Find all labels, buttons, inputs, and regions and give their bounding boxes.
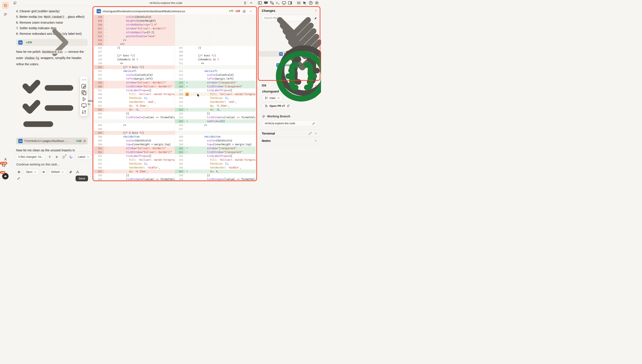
panel-right-icon[interactable] [288,1,292,5]
diff-line[interactable]: 309 {/* Axes */} [175,54,256,58]
diff-line[interactable]: 355 fontSize: 11, [94,162,175,166]
diff-line[interactable]: 311 <> [175,62,256,65]
diff-line[interactable]: 329 {showAxis && ( [94,58,175,62]
copy-icon[interactable] [81,90,87,96]
diff-line[interactable]: 354 fill: 'hsl(var(--muted-foreground))'… [94,158,175,162]
diff-line[interactable]: 338 }} [175,174,256,177]
diff-line[interactable]: 312 <AxisLeft [175,69,256,73]
diff-line[interactable]: 339 tickFormat={(value) => formatValue(v… [175,177,256,180]
diff-line[interactable]: 325+ numTicks={5} [175,119,256,123]
diff-line[interactable]: 335- stroke="hsl(var(--border))" [94,81,175,84]
notes-section[interactable]: Notes [259,137,321,144]
more-options-icon[interactable] [81,77,87,83]
expand-terminal-icon[interactable] [308,131,312,136]
file-change-chip[interactable]: TSfrontend/src/pages/Dashboar...+130-2 [16,138,88,144]
files-changed-chip[interactable]: 4 files changed+3... [16,154,45,160]
boards-tab[interactable] [2,11,9,18]
workspace-tab[interactable] [2,2,9,9]
chat-input[interactable]: Continue working on this task... [16,163,88,166]
diff-line[interactable]: 329 scale={dateScale} [175,139,256,142]
diff-line[interactable]: 323- pointerEvents="none" [94,34,175,38]
diff-line[interactable]: 345 /> [94,123,175,127]
diff-line[interactable]: 318- scale={dateScale} [94,15,175,19]
edit-branch-icon[interactable] [311,121,316,126]
diff-line[interactable]: 332+ tickStroke="transparent" [175,150,256,154]
diff-line[interactable]: 328 <AxisBottom [175,135,256,139]
chat-bubble-icon[interactable] [264,1,268,5]
terminal-icon[interactable] [276,1,280,5]
diff-line[interactable]: 357- dy: '0.33em', [94,170,175,174]
diff-line[interactable]: 348 <AxisBottom [94,135,175,139]
model-dropdown[interactable]: Opus [24,169,39,175]
diff-line[interactable]: 315+ stroke="transparent" [175,81,256,84]
open-pr-button[interactable]: Open PR #7 [262,103,292,109]
diff-line[interactable]: 322+ dx: -8, [175,108,256,112]
diff-line[interactable]: 321- stroke="hsl(var(--border))" [94,26,175,30]
diff-line[interactable]: 330 top={innerHeight + margin.top} [175,142,256,146]
diff-line[interactable]: 320 textAnchor: 'end', [175,100,256,104]
working-branch-field[interactable]: vk/4e2a-explore-the-code [262,120,318,127]
diff-line[interactable]: 322- strokeOpacity={0.2} [94,30,175,34]
diff-line[interactable]: 349 scale={dateScale} [94,139,175,142]
help-icon[interactable] [309,1,313,5]
diff-line[interactable]: 343 }} [94,112,175,116]
diff-line[interactable]: 321 dy: '0.33em', [175,104,256,108]
spark-button[interactable] [54,154,60,160]
diff-line[interactable]: 317 tickLabelProps={{ [175,88,256,92]
windows-stack-icon[interactable] [13,1,17,5]
collapse-git-icon[interactable] [313,83,318,88]
annotate-icon[interactable] [242,9,247,14]
run-icon[interactable] [81,96,87,102]
discord-button[interactable]: 346 [2,173,9,180]
diff-line[interactable]: 350 top={innerHeight + margin.top} [94,142,175,146]
diff-line[interactable]: 347- {/* X Axis */} [94,131,175,135]
add-comment-button[interactable]: + [186,93,189,96]
diff-line[interactable]: 337+ dy: 4, [175,170,256,174]
pause-icon[interactable] [243,1,247,5]
chevron-right-icon[interactable] [313,138,318,143]
scroll-top-button[interactable] [47,154,52,160]
diff-line[interactable]: 358 }} [94,174,175,177]
diff-line[interactable]: 359 tickFormat={(value) => formatValue(v… [94,177,175,180]
diff-line[interactable]: 340 textAnchor: 'end', [94,100,175,104]
diff-line[interactable]: 341 dy: '0.33em', [94,104,175,108]
settings-sliders-button[interactable] [16,169,22,175]
diff-line[interactable]: 330 <> [94,62,175,65]
fast-forward-button[interactable] [41,169,47,175]
attach-button[interactable] [68,169,74,174]
diff-line[interactable]: 332 <AxisLeft [94,69,175,73]
diff-line[interactable]: 335 fontSize: 11, [175,162,256,166]
chevron-right-icon[interactable] [313,131,318,136]
diff-line[interactable]: 338 fill: 'hsl(var(--muted-foreground))'… [94,92,175,96]
todos-button[interactable] [62,154,67,160]
diff-line[interactable]: 336- tickStroke="hsl(var(--border))" [94,84,175,88]
diff-line[interactable]: 331- {/* Y Axis */} [94,65,175,69]
diff-line[interactable]: 314 left={margin.left} [175,77,256,81]
diff-line[interactable]: 336 textAnchor: 'middle', [175,166,256,170]
menu-icon[interactable] [297,1,301,5]
diff-line[interactable]: 318+ fill: 'hsl(var(--muted-foreground))… [175,92,256,96]
draft-edit-button[interactable] [16,176,21,181]
diff-line[interactable]: 326 /> [175,123,256,127]
collapse-diff-icon[interactable] [248,9,253,14]
diff-line[interactable]: 327 [175,127,256,131]
latest-dropdown[interactable]: Latest [76,154,92,160]
diff-line[interactable]: 353 tickLabelProps={{ [94,154,175,158]
panel-left-icon[interactable] [258,1,262,5]
collapse-up-icon[interactable] [249,1,253,5]
diff-line[interactable]: 326 )} [94,46,175,50]
tree-item-package-lock.json[interactable]: package-lock.json+6 [259,74,321,79]
annotate-icon[interactable] [81,83,87,89]
diff-line[interactable]: 308 [175,50,256,54]
pointer-icon[interactable] [303,1,307,5]
send-button[interactable]: Send [76,176,88,181]
diff-line[interactable]: 342- dx: -4, [94,108,175,112]
diff-line[interactable]: 339 fontSize: 11, [94,96,175,100]
diff-line[interactable]: 346 [94,127,175,131]
file-change-chip[interactable]: TSfrontend/src/components/dashboa...+479 [16,39,88,46]
diff-line[interactable]: 327 [94,50,175,54]
diff-line[interactable]: 351- stroke="hsl(var(--border))" [94,146,175,150]
diff-line[interactable]: 307 )} [175,46,256,50]
diff-line[interactable]: 319- height={innerHeight} [94,19,175,23]
diff-line[interactable]: 310 {showAxis && ( [175,58,256,62]
